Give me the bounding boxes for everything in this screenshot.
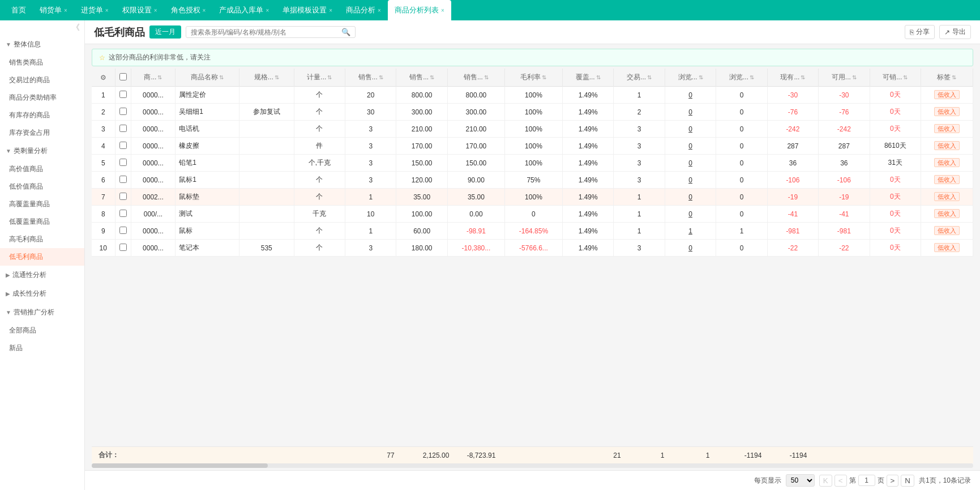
- nav-purchase-close[interactable]: ×: [105, 7, 109, 14]
- cell-checkbox[interactable]: [115, 87, 131, 104]
- sidebar-item-low-coverage[interactable]: 低覆盖量商品: [0, 213, 84, 231]
- scrollbar-thumb[interactable]: [92, 463, 268, 468]
- sidebar-item-high-coverage[interactable]: 高覆盖量商品: [0, 195, 84, 213]
- row-checkbox[interactable]: [119, 125, 127, 132]
- cell-checkbox[interactable]: [115, 240, 131, 257]
- sidebar-item-high-value[interactable]: 高价值商品: [0, 160, 84, 178]
- nav-product-analysis-close[interactable]: ×: [378, 7, 381, 14]
- cell-checkbox[interactable]: [115, 206, 131, 223]
- col-settings[interactable]: ⚙: [92, 69, 115, 87]
- sidebar-collapse-btn[interactable]: 《: [0, 20, 84, 35]
- row-checkbox[interactable]: [119, 91, 127, 98]
- page-last-btn[interactable]: N: [901, 475, 914, 487]
- cell-view1[interactable]: 0: [665, 206, 716, 223]
- col-sale-qty[interactable]: 销售...⇅: [345, 69, 396, 87]
- nav-analysis-list[interactable]: 商品分析列表 ×: [388, 0, 451, 20]
- sidebar-item-traded-goods[interactable]: 交易过的商品: [0, 71, 84, 89]
- select-all-checkbox[interactable]: [119, 73, 127, 80]
- row-checkbox[interactable]: [119, 176, 127, 183]
- cell-checkbox[interactable]: [115, 138, 131, 155]
- page-next-btn[interactable]: >: [887, 475, 899, 487]
- nav-purchase[interactable]: 进货单 ×: [74, 0, 115, 20]
- nav-roles[interactable]: 角色授权 ×: [164, 0, 213, 20]
- nav-sales-close[interactable]: ×: [64, 7, 67, 14]
- nav-products-in-close[interactable]: ×: [266, 7, 269, 14]
- sidebar-item-new-goods[interactable]: 新品: [0, 339, 84, 357]
- row-checkbox[interactable]: [119, 227, 127, 234]
- col-checkbox[interactable]: [115, 69, 131, 87]
- col-current-stock[interactable]: 现有...⇅: [767, 69, 818, 87]
- col-view2[interactable]: 浏览...⇅: [716, 69, 767, 87]
- sidebar-item-stocked-goods[interactable]: 有库存的商品: [0, 106, 84, 124]
- cell-view1[interactable]: 0: [665, 240, 716, 257]
- sidebar-item-high-margin[interactable]: 高毛利商品: [0, 231, 84, 248]
- col-coverage[interactable]: 覆盖...⇅: [563, 69, 614, 87]
- scrollbar-track[interactable]: [92, 463, 973, 468]
- row-checkbox[interactable]: [119, 108, 127, 115]
- nav-permissions-close[interactable]: ×: [154, 7, 157, 14]
- footer-current-stock: -1194: [730, 451, 776, 459]
- search-input[interactable]: [191, 28, 341, 36]
- col-tag[interactable]: 标签⇅: [921, 69, 973, 87]
- sidebar-item-all-goods[interactable]: 全部商品: [0, 322, 84, 339]
- row-checkbox[interactable]: [119, 142, 127, 149]
- page-size-select[interactable]: 50 100 200: [786, 474, 815, 487]
- col-sale-price[interactable]: 销售...⇅: [396, 69, 447, 87]
- cell-checkbox[interactable]: [115, 104, 131, 121]
- row-checkbox[interactable]: [119, 193, 127, 200]
- nav-roles-close[interactable]: ×: [203, 7, 206, 14]
- cell-view1[interactable]: 0: [665, 155, 716, 172]
- nav-sales[interactable]: 销货单 ×: [33, 0, 74, 20]
- sidebar-item-low-margin[interactable]: 低毛利商品: [0, 248, 84, 266]
- col-code[interactable]: 商...⇅: [131, 69, 176, 87]
- col-sellable[interactable]: 可销...⇅: [870, 69, 921, 87]
- filter-btn[interactable]: 近一月: [149, 25, 181, 39]
- row-checkbox[interactable]: [119, 159, 127, 166]
- cell-checkbox[interactable]: [115, 172, 131, 189]
- cell-view1[interactable]: 0: [665, 104, 716, 121]
- nav-permissions[interactable]: 权限设置 ×: [115, 0, 164, 20]
- search-icon[interactable]: 🔍: [341, 28, 350, 36]
- cell-checkbox[interactable]: [115, 223, 131, 240]
- nav-template-close[interactable]: ×: [329, 7, 332, 14]
- cell-view1[interactable]: 0: [665, 138, 716, 155]
- sidebar-group-quantity[interactable]: ▼ 类剩量分析: [0, 142, 84, 160]
- cell-view1[interactable]: 0: [665, 189, 716, 206]
- row-checkbox[interactable]: [119, 244, 127, 251]
- col-spec[interactable]: 规格...⇅: [239, 69, 294, 87]
- col-view1[interactable]: 浏览...⇅: [665, 69, 716, 87]
- cell-view1[interactable]: 1: [665, 223, 716, 240]
- cell-sellable: 0天: [870, 223, 921, 240]
- col-unit[interactable]: 计量...⇅: [294, 69, 345, 87]
- page-prev-btn[interactable]: <: [835, 475, 847, 487]
- col-name[interactable]: 商品名称⇅: [176, 69, 239, 87]
- sidebar-group-marketing[interactable]: ▼ 营销推广分析: [0, 303, 84, 322]
- share-btn[interactable]: ⎘ 分享: [905, 25, 935, 39]
- nav-analysis-list-close[interactable]: ×: [441, 7, 444, 14]
- cell-checkbox[interactable]: [115, 155, 131, 172]
- page-first-btn[interactable]: K: [819, 475, 832, 487]
- cell-view1[interactable]: 0: [665, 121, 716, 138]
- nav-product-analysis[interactable]: 商品分析 ×: [339, 0, 388, 20]
- col-available[interactable]: 可用...⇅: [819, 69, 870, 87]
- nav-template[interactable]: 单据模板设置 ×: [276, 0, 339, 20]
- sidebar-item-low-value[interactable]: 低价值商品: [0, 178, 84, 195]
- col-trade[interactable]: 交易...⇅: [614, 69, 665, 87]
- nav-products-in[interactable]: 产成品入库单 ×: [212, 0, 276, 20]
- sidebar-item-category-rate[interactable]: 商品分类助销率: [0, 89, 84, 106]
- col-margin[interactable]: 毛利率⇅: [504, 69, 562, 87]
- sidebar-group-circulation[interactable]: ▶ 流通性分析: [0, 266, 84, 284]
- sidebar-group-growth[interactable]: ▶ 成长性分析: [0, 284, 84, 303]
- nav-home[interactable]: 首页: [5, 0, 33, 20]
- row-checkbox[interactable]: [119, 210, 127, 217]
- export-btn[interactable]: ↗ 导出: [939, 25, 971, 39]
- cell-checkbox[interactable]: [115, 121, 131, 138]
- cell-checkbox[interactable]: [115, 189, 131, 206]
- sidebar-item-sales-goods[interactable]: 销售类商品: [0, 54, 84, 71]
- cell-view1[interactable]: 0: [665, 87, 716, 104]
- table-wrapper[interactable]: ⚙ 商...⇅ 商品名称⇅ 规格...⇅ 计量...⇅ 销售...⇅ 销售...…: [92, 69, 973, 446]
- cell-view1[interactable]: 0: [665, 172, 716, 189]
- sidebar-group-overall[interactable]: ▼ 整体信息: [0, 35, 84, 54]
- col-sale-amount[interactable]: 销售...⇅: [447, 69, 504, 87]
- sidebar-item-stock-capital[interactable]: 库存资金占用: [0, 124, 84, 142]
